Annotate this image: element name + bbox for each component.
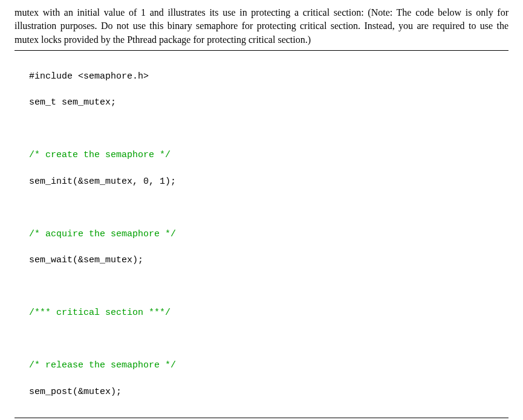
code-line: #include <semaphore.h>	[29, 70, 508, 83]
code-blank	[29, 123, 508, 136]
code-line: sem_init(&sem_mutex, 0, 1);	[29, 175, 508, 189]
code-block: #include <semaphore.h> sem_t sem_mutex; …	[15, 50, 508, 418]
code-comment: /* acquire the semaphore */	[29, 228, 508, 241]
code-blank	[29, 280, 508, 294]
code-blank	[29, 333, 508, 346]
intro-paragraph: mutex with an initial value of 1 and ill…	[15, 6, 508, 47]
code-comment: /* release the semaphore */	[29, 359, 508, 372]
code-comment: /*** critical section ***/	[29, 306, 508, 320]
code-line: sem_wait(&sem_mutex);	[29, 254, 508, 267]
code-comment: /* create the semaphore */	[29, 149, 508, 162]
code-blank	[29, 201, 508, 215]
code-line: sem_post(&mutex);	[29, 386, 508, 399]
code-line: sem_t sem_mutex;	[29, 96, 508, 109]
